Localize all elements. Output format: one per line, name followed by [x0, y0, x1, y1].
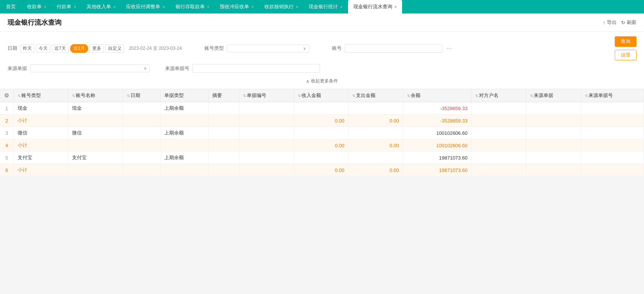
cell-source-doc — [526, 139, 581, 152]
nav-tab-fukuandan[interactable]: 付款单 × — [51, 0, 81, 13]
cell-summary — [208, 115, 239, 127]
cell-date — [123, 164, 160, 176]
close-icon[interactable]: × — [74, 4, 76, 9]
query-button[interactable]: 查询 — [615, 36, 636, 47]
collapse-bar[interactable]: ∧ 收起更多条件 — [8, 76, 636, 85]
date-btn-7days[interactable]: 近7天 — [52, 44, 69, 53]
data-table-container: ⚙ ⇅账号类型 ⇅账号名称 ⇅日期 单据类型 摘要 ⇅单据编号 ⇅收入金额 ⇅支… — [0, 89, 644, 176]
nav-tab-xianjinliushui[interactable]: 现金银行流水查询 × — [348, 0, 402, 13]
cell-summary — [208, 102, 239, 115]
table-row[interactable]: 6 小计 0.00 0.00 19871073.60 — [0, 164, 644, 176]
nav-tab-yushouzhongying[interactable]: 预收冲应收单 × — [215, 0, 259, 13]
cell-summary — [208, 164, 239, 176]
date-range-display: 2023-02-24 至 2023-03-24 — [129, 45, 182, 52]
nav-tab-yinhangcunqu[interactable]: 银行存取款单 × — [170, 0, 215, 13]
date-btn-today[interactable]: 今天 — [36, 44, 50, 53]
account-ellipsis-button[interactable]: ··· — [445, 45, 453, 52]
th-counterpart[interactable]: ⇅对方户名 — [471, 89, 526, 102]
th-account-type[interactable]: ⇅账号类型 — [14, 89, 68, 102]
close-icon[interactable]: × — [207, 4, 209, 9]
nav-tab-shoukuanzhixing[interactable]: 收款核销执行 × — [259, 0, 303, 13]
cell-source-doc — [526, 115, 581, 127]
th-balance[interactable]: ⇅余额 — [403, 89, 471, 102]
close-icon[interactable]: × — [296, 4, 298, 9]
cell-account-type: 小计 — [14, 164, 68, 176]
date-btn-more[interactable]: 更多 — [90, 44, 104, 53]
source-doc-no-input[interactable] — [192, 64, 320, 73]
settings-button[interactable]: 设置 — [615, 50, 636, 60]
nav-tab-yingshoutiaozheng[interactable]: 应收应付调整单 × — [121, 0, 170, 13]
cell-income — [294, 102, 348, 115]
cell-income — [294, 127, 348, 139]
row-num: 6 — [0, 164, 14, 176]
th-settings[interactable]: ⚙ — [0, 89, 14, 102]
th-source-doc-no[interactable]: ⇅来源单据号 — [581, 89, 644, 102]
cell-doc-type: 上期余额 — [160, 102, 208, 115]
th-doc-no[interactable]: ⇅单据编号 — [239, 89, 294, 102]
cell-income: 0.00 — [294, 139, 348, 152]
cell-source-doc — [526, 102, 581, 115]
nav-home[interactable]: 首页 — [0, 3, 22, 10]
row-num: 1 — [0, 102, 14, 115]
account-input[interactable] — [345, 44, 442, 53]
cell-source-doc — [526, 127, 581, 139]
date-btn-custom[interactable]: 自定义 — [105, 44, 124, 53]
close-icon[interactable]: × — [113, 4, 116, 9]
th-summary[interactable]: 摘要 — [208, 89, 239, 102]
date-btn-yesterday[interactable]: 昨天 — [20, 44, 35, 53]
filter-row-2: 来源单据 ∨ 来源单据号 — [8, 64, 636, 73]
cell-expense: 0.00 — [348, 139, 403, 152]
cell-account-type: 现金 — [14, 102, 68, 115]
nav-tab-shoukuandan[interactable]: 收款单 × — [22, 0, 51, 13]
cell-expense — [348, 127, 403, 139]
th-doc-type[interactable]: 单据类型 — [160, 89, 208, 102]
row-num: 4 — [0, 139, 14, 152]
source-doc-select[interactable]: ∨ — [30, 64, 150, 72]
cell-account-name — [68, 115, 123, 127]
close-icon[interactable]: × — [44, 4, 46, 9]
th-expense[interactable]: ⇅支出金额 — [348, 89, 403, 102]
source-doc-label: 来源单据 — [8, 65, 27, 72]
cell-source-doc-no — [581, 127, 644, 139]
gear-icon[interactable]: ⚙ — [4, 92, 9, 98]
cell-date — [123, 139, 160, 152]
date-filter-group: 日期 昨天 今天 近7天 近1月 更多 自定义 2023-02-24 至 202… — [8, 44, 182, 53]
cell-account-name: 现金 — [68, 102, 123, 115]
nav-tab-qitashouruda[interactable]: 其他收入单 × — [81, 0, 121, 13]
date-btn-1month[interactable]: 近1月 — [70, 44, 89, 53]
cell-balance: -3528659.33 — [403, 102, 471, 115]
cell-date — [123, 115, 160, 127]
close-icon[interactable]: × — [251, 4, 254, 9]
close-icon[interactable]: × — [395, 4, 397, 9]
close-icon[interactable]: × — [340, 4, 342, 9]
account-type-select[interactable]: ∨ — [227, 45, 309, 52]
cell-counterpart — [471, 102, 526, 115]
th-source-doc[interactable]: ⇅来源单据 — [526, 89, 581, 102]
cell-balance: -3528659.33 — [403, 115, 471, 127]
cell-doc-type: 上期余额 — [160, 152, 208, 164]
cell-expense — [348, 152, 403, 164]
table-row[interactable]: 5 支付宝 支付宝 上期余额 19871073.60 — [0, 152, 644, 164]
cell-doc-type — [160, 164, 208, 176]
th-account-name[interactable]: ⇅账号名称 — [68, 89, 123, 102]
top-navigation: 首页 收款单 × 付款单 × 其他收入单 × 应收应付调整单 × 银行存取款单 … — [0, 0, 644, 13]
chevron-down-icon-2: ∨ — [144, 66, 147, 71]
filter-row-1: 日期 昨天 今天 近7天 近1月 更多 自定义 2023-02-24 至 202… — [8, 36, 636, 60]
chevron-down-icon: ∨ — [303, 46, 306, 51]
th-date[interactable]: ⇅日期 — [123, 89, 160, 102]
cell-summary — [208, 152, 239, 164]
row-num: 5 — [0, 152, 14, 164]
table-row[interactable]: 4 小计 0.00 0.00 100102606.60 — [0, 139, 644, 152]
table-row[interactable]: 3 微信 微信 上期余额 100102606.60 — [0, 127, 644, 139]
table-row[interactable]: 2 小计 0.00 0.00 -3528659.33 — [0, 115, 644, 127]
nav-tab-xianjinyinhangtongli[interactable]: 现金银行统计 × — [303, 0, 348, 13]
export-button[interactable]: ↑ 导出 — [603, 19, 617, 26]
close-icon[interactable]: × — [162, 4, 165, 9]
refresh-button[interactable]: ↻ 刷新 — [621, 19, 636, 26]
cell-account-type: 小计 — [14, 139, 68, 152]
th-income[interactable]: ⇅收入金额 — [294, 89, 348, 102]
cell-date — [123, 102, 160, 115]
cell-doc-no — [239, 164, 294, 176]
table-row[interactable]: 1 现金 现金 上期余额 -3528659.33 — [0, 102, 644, 115]
cell-summary — [208, 139, 239, 152]
